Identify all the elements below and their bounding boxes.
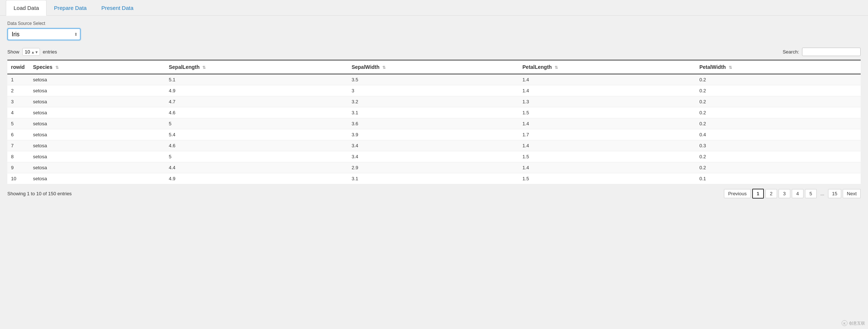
show-entries-select[interactable]: 10 25 50 100 xyxy=(22,48,40,56)
cell-rowid: 10 xyxy=(7,173,29,184)
cell-petalLength: 1.7 xyxy=(519,129,696,140)
cell-petalWidth: 0.2 xyxy=(696,74,861,85)
tab-load-data[interactable]: Load Data xyxy=(6,0,47,16)
petal-length-sort-icon: ⇅ xyxy=(555,65,558,70)
entries-label: entries xyxy=(43,49,57,55)
col-header-petal-width[interactable]: PetalWidth ⇅ xyxy=(696,60,861,74)
cell-petalWidth: 0.2 xyxy=(696,151,861,162)
pagination-page-4[interactable]: 4 xyxy=(792,189,803,198)
table-row: 10setosa4.93.11.50.1 xyxy=(7,173,861,184)
col-header-sepal-width[interactable]: SepalWidth ⇅ xyxy=(348,60,519,74)
cell-sepalLength: 4.9 xyxy=(165,85,348,96)
pagination-page-3[interactable]: 3 xyxy=(779,189,790,198)
cell-sepalWidth: 3.2 xyxy=(348,96,519,107)
cell-species: setosa xyxy=(29,107,165,118)
cell-species: setosa xyxy=(29,173,165,184)
cell-sepalLength: 5 xyxy=(165,118,348,129)
table-body: 1setosa5.13.51.40.22setosa4.931.40.23set… xyxy=(7,74,861,184)
cell-sepalWidth: 3.4 xyxy=(348,151,519,162)
cell-petalWidth: 0.2 xyxy=(696,96,861,107)
table-row: 9setosa4.42.91.40.2 xyxy=(7,162,861,173)
table-wrapper: rowid Species ⇅ SepalLength ⇅ SepalWidth… xyxy=(0,60,868,184)
cell-petalLength: 1.4 xyxy=(519,140,696,151)
cell-species: setosa xyxy=(29,118,165,129)
table-header-row: rowid Species ⇅ SepalLength ⇅ SepalWidth… xyxy=(7,60,861,74)
pagination-prev[interactable]: Previous xyxy=(724,189,751,198)
cell-sepalWidth: 3.9 xyxy=(348,129,519,140)
tab-prepare-data[interactable]: Prepare Data xyxy=(47,0,94,15)
table-row: 2setosa4.931.40.2 xyxy=(7,85,861,96)
cell-rowid: 2 xyxy=(7,85,29,96)
cell-petalWidth: 0.2 xyxy=(696,85,861,96)
cell-petalWidth: 0.2 xyxy=(696,162,861,173)
cell-petalLength: 1.4 xyxy=(519,74,696,85)
cell-petalWidth: 0.3 xyxy=(696,140,861,151)
table-row: 8setosa53.41.50.2 xyxy=(7,151,861,162)
show-select-wrapper: 10 25 50 100 ▲▼ xyxy=(22,48,40,56)
cell-rowid: 9 xyxy=(7,162,29,173)
cell-species: setosa xyxy=(29,140,165,151)
cell-species: setosa xyxy=(29,162,165,173)
pagination: Previous 1 2 3 4 5 ... 15 Next xyxy=(724,189,861,199)
tab-present-data[interactable]: Present Data xyxy=(94,0,141,15)
tabs-bar: Load Data Prepare Data Present Data xyxy=(0,0,868,16)
cell-petalLength: 1.3 xyxy=(519,96,696,107)
watermark-text: 创意互联 xyxy=(849,321,865,326)
cell-rowid: 7 xyxy=(7,140,29,151)
cell-sepalLength: 4.6 xyxy=(165,140,348,151)
sepal-width-sort-icon: ⇅ xyxy=(382,65,386,70)
cell-petalLength: 1.4 xyxy=(519,118,696,129)
cell-rowid: 8 xyxy=(7,151,29,162)
table-row: 7setosa4.63.41.40.3 xyxy=(7,140,861,151)
app-container: Load Data Prepare Data Present Data Data… xyxy=(0,0,868,329)
search-section: Search: xyxy=(783,48,861,56)
cell-species: setosa xyxy=(29,96,165,107)
data-table: rowid Species ⇅ SepalLength ⇅ SepalWidth… xyxy=(7,60,861,184)
table-row: 5setosa53.61.40.2 xyxy=(7,118,861,129)
col-header-sepal-length[interactable]: SepalLength ⇅ xyxy=(165,60,348,74)
cell-species: setosa xyxy=(29,85,165,96)
cell-sepalLength: 4.6 xyxy=(165,107,348,118)
showing-text: Showing 1 to 10 of 150 entries xyxy=(7,191,72,196)
petal-width-sort-icon: ⇅ xyxy=(729,65,732,70)
watermark: K 创意互联 xyxy=(842,320,865,326)
cell-rowid: 6 xyxy=(7,129,29,140)
cell-sepalWidth: 3.1 xyxy=(348,107,519,118)
cell-petalLength: 1.4 xyxy=(519,162,696,173)
col-header-petal-length[interactable]: PetalLength ⇅ xyxy=(519,60,696,74)
pagination-next[interactable]: Next xyxy=(843,189,861,198)
pagination-page-1[interactable]: 1 xyxy=(752,189,764,199)
table-row: 4setosa4.63.11.50.2 xyxy=(7,107,861,118)
table-row: 6setosa5.43.91.70.4 xyxy=(7,129,861,140)
pagination-page-last[interactable]: 15 xyxy=(828,189,841,198)
col-header-rowid[interactable]: rowid xyxy=(7,60,29,74)
cell-petalWidth: 0.2 xyxy=(696,107,861,118)
pagination-page-2[interactable]: 2 xyxy=(765,189,777,198)
show-entries: Show 10 25 50 100 ▲▼ entries xyxy=(7,48,57,56)
cell-species: setosa xyxy=(29,129,165,140)
cell-sepalLength: 4.7 xyxy=(165,96,348,107)
cell-petalLength: 1.5 xyxy=(519,107,696,118)
cell-petalWidth: 0.1 xyxy=(696,173,861,184)
cell-sepalWidth: 3.5 xyxy=(348,74,519,85)
cell-sepalWidth: 2.9 xyxy=(348,162,519,173)
search-input[interactable] xyxy=(802,48,861,56)
cell-species: setosa xyxy=(29,74,165,85)
table-row: 3setosa4.73.21.30.2 xyxy=(7,96,861,107)
watermark-icon: K xyxy=(842,320,847,326)
cell-sepalWidth: 3 xyxy=(348,85,519,96)
cell-sepalLength: 5.1 xyxy=(165,74,348,85)
cell-rowid: 1 xyxy=(7,74,29,85)
sepal-length-sort-icon: ⇅ xyxy=(202,65,206,70)
cell-sepalLength: 4.9 xyxy=(165,173,348,184)
data-source-select[interactable]: Iris mtcars diamonds xyxy=(7,28,81,40)
data-source-label: Data Source Select xyxy=(7,21,861,26)
cell-species: setosa xyxy=(29,151,165,162)
cell-rowid: 4 xyxy=(7,107,29,118)
cell-sepalLength: 4.4 xyxy=(165,162,348,173)
cell-petalLength: 1.5 xyxy=(519,151,696,162)
cell-sepalWidth: 3.4 xyxy=(348,140,519,151)
show-label: Show xyxy=(7,49,19,55)
col-header-species[interactable]: Species ⇅ xyxy=(29,60,165,74)
pagination-page-5[interactable]: 5 xyxy=(805,189,817,198)
